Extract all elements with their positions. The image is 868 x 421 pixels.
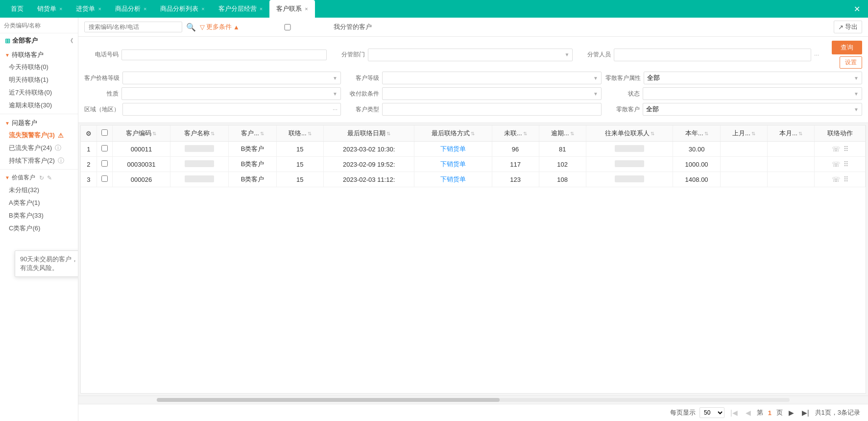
- all-customers-header[interactable]: ⊞ 全部客户 《: [0, 33, 78, 48]
- query-button[interactable]: 查询: [832, 41, 862, 54]
- sidebar-item-class-b[interactable]: B类客户(33): [0, 209, 78, 222]
- row-checkbox[interactable]: [96, 172, 112, 187]
- more-conditions-button[interactable]: ▽ 更多条件 ▲: [200, 23, 240, 31]
- more-action-icon[interactable]: ⠿: [844, 145, 848, 153]
- horizontal-scrollbar[interactable]: [78, 396, 868, 404]
- manager-select[interactable]: [614, 49, 811, 61]
- sidebar-item-class-a[interactable]: A类客户(1): [0, 197, 78, 209]
- col-year-amt[interactable]: 本年...⇅: [673, 125, 720, 142]
- retail-attr-select[interactable]: 全部 ▼: [644, 72, 862, 84]
- close-icon[interactable]: ×: [260, 6, 263, 12]
- close-icon[interactable]: ×: [144, 6, 146, 12]
- tab-home[interactable]: 首页: [4, 0, 30, 18]
- contact-action-icon[interactable]: ☏: [832, 145, 841, 153]
- edit-icon[interactable]: ✎: [47, 174, 52, 181]
- last-method-link[interactable]: 下销货单: [440, 145, 466, 152]
- row-checkbox[interactable]: [96, 157, 112, 172]
- group-problem-customer[interactable]: ▼ 问题客户: [0, 116, 78, 129]
- row-select-checkbox[interactable]: [101, 175, 108, 182]
- tab-customer-tier[interactable]: 客户分层经营 ×: [212, 0, 269, 18]
- sidebar-item-7days[interactable]: 近7天待联络(0): [0, 86, 78, 99]
- first-page-button[interactable]: |◀: [728, 408, 740, 418]
- chevron-down-icon: ▼: [854, 107, 859, 112]
- more-action-icon[interactable]: ⠿: [844, 160, 848, 168]
- row-last-method[interactable]: 下销货单: [414, 172, 492, 187]
- close-icon[interactable]: ×: [98, 6, 101, 12]
- contact-action-icon[interactable]: ☏: [832, 160, 841, 168]
- next-page-button[interactable]: ▶: [787, 408, 796, 418]
- nature-select[interactable]: ▼: [121, 87, 341, 100]
- status-select[interactable]: ▼: [643, 87, 862, 100]
- col-this-month[interactable]: 本月...⇅: [767, 125, 814, 142]
- col-contact-count[interactable]: 联络...⇅: [276, 125, 323, 142]
- row-last-method[interactable]: 下销货单: [414, 142, 492, 157]
- col-code[interactable]: 客户编码⇅: [112, 125, 170, 142]
- col-contact-person[interactable]: 往来单位联系人⇅: [586, 125, 673, 142]
- sidebar-item-overdue[interactable]: 逾期未联络(30): [0, 99, 78, 112]
- tab-sales-order[interactable]: 销货单 ×: [30, 0, 69, 18]
- group-pending-contact[interactable]: ▼ 待联络客户: [0, 48, 78, 61]
- payment-select[interactable]: ▼: [382, 87, 602, 100]
- col-settings[interactable]: ⚙: [81, 125, 96, 142]
- sidebar-item-ungroup[interactable]: 未分组(32): [0, 184, 78, 197]
- sidebar-item-tomorrow[interactable]: 明天待联络(1): [0, 74, 78, 86]
- contact-action-icon[interactable]: ☏: [832, 175, 841, 183]
- close-icon[interactable]: ×: [305, 6, 308, 12]
- row-select-checkbox[interactable]: [101, 160, 108, 167]
- sidebar-item-class-c[interactable]: C类客户(6): [0, 222, 78, 235]
- refresh-icon[interactable]: ↻: [39, 174, 44, 181]
- tab-purchase-order[interactable]: 进货单 ×: [69, 0, 108, 18]
- last-page-button[interactable]: ▶|: [800, 408, 811, 418]
- my-customers-checkbox-label[interactable]: 我分管的客户: [243, 23, 372, 31]
- sort-icon: ⇅: [704, 131, 708, 136]
- customer-level-select[interactable]: ▼: [382, 72, 602, 84]
- customer-type-select[interactable]: [382, 103, 602, 116]
- more-icon[interactable]: ···: [814, 51, 819, 58]
- phone-label: 电话号码: [84, 50, 119, 59]
- row-last-method[interactable]: 下销货单: [414, 157, 492, 172]
- more-icon[interactable]: ···: [333, 106, 338, 113]
- dept-select[interactable]: ▼: [368, 49, 573, 61]
- tab-customer-contact[interactable]: 客户联系 ×: [269, 0, 314, 18]
- settings-button[interactable]: 设置: [840, 56, 862, 69]
- export-button[interactable]: ↗ 导出: [834, 21, 862, 33]
- search-button[interactable]: 🔍: [186, 23, 196, 32]
- warning-icon: ⚠: [58, 132, 64, 139]
- select-all-checkbox[interactable]: [101, 129, 108, 136]
- info-icon: ⓘ: [58, 156, 64, 165]
- sidebar-item-churned[interactable]: 已流失客户(24) ⓘ: [0, 142, 78, 154]
- region-select[interactable]: ···: [122, 103, 341, 116]
- close-icon[interactable]: ×: [201, 6, 204, 12]
- last-method-link[interactable]: 下销货单: [440, 175, 466, 183]
- sidebar-search-input[interactable]: [4, 22, 77, 29]
- window-close-button[interactable]: ✕: [850, 2, 864, 16]
- scrollbar-thumb[interactable]: [157, 398, 500, 402]
- col-last-date[interactable]: 最后联络日期⇅: [323, 125, 414, 142]
- retail-customer-select[interactable]: 全部 ▼: [643, 103, 862, 116]
- sidebar-item-today[interactable]: 今天待联络(0): [0, 61, 78, 74]
- tab-product-analysis-list[interactable]: 商品分析列表 ×: [153, 0, 211, 18]
- col-last-month[interactable]: 上月...⇅: [720, 125, 767, 142]
- search-input[interactable]: [84, 22, 182, 32]
- col-checkbox[interactable]: [96, 125, 112, 142]
- row-checkbox[interactable]: [96, 142, 112, 157]
- sidebar-item-churn-warning[interactable]: 流失预警客户(3) ⚠: [0, 129, 78, 142]
- group-value-customer[interactable]: ▼ 价值客户 ↻ ✎: [0, 172, 78, 184]
- col-name[interactable]: 客户名称⇅: [170, 125, 229, 142]
- col-last-method[interactable]: 最后联络方式⇅: [414, 125, 492, 142]
- prev-page-button[interactable]: ◀: [744, 408, 753, 418]
- col-type[interactable]: 客户...⇅: [229, 125, 276, 142]
- page-size-select[interactable]: 50 100 200: [699, 407, 724, 418]
- close-icon[interactable]: ×: [59, 6, 62, 12]
- tab-product-analysis[interactable]: 商品分析 ×: [108, 0, 153, 18]
- row-last-date: 2023-02-03 11:12:: [323, 172, 414, 187]
- last-method-link[interactable]: 下销货单: [440, 160, 466, 168]
- more-action-icon[interactable]: ⠿: [844, 175, 848, 183]
- my-customers-checkbox[interactable]: [243, 24, 332, 30]
- phone-input[interactable]: [121, 50, 327, 60]
- price-level-select[interactable]: ▼: [122, 72, 341, 84]
- sidebar-item-declining[interactable]: 持续下滑客户(2) ⓘ: [0, 154, 78, 167]
- row-select-checkbox[interactable]: [101, 145, 108, 151]
- col-overdue[interactable]: 逾期...⇅: [539, 125, 586, 142]
- col-unlinked[interactable]: 未联...⇅: [492, 125, 539, 142]
